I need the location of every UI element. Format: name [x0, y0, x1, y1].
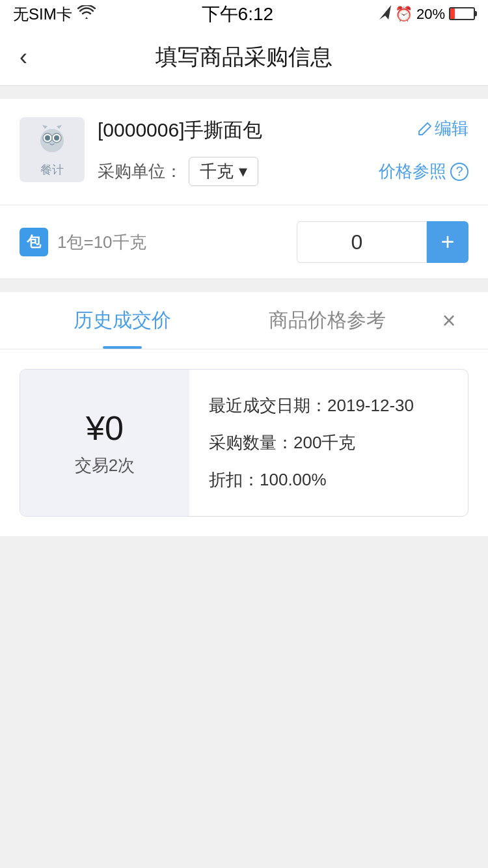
- back-button[interactable]: ‹: [20, 44, 27, 71]
- transaction-container: ¥0 交易2次 最近成交日期：2019-12-30 采购数量：200千克 折扣：…: [0, 349, 488, 536]
- tab-price-reference[interactable]: 商品价格参考: [224, 292, 429, 349]
- svg-marker-6: [42, 125, 47, 129]
- gps-icon: [379, 5, 391, 23]
- quantity-input-group: +: [297, 221, 468, 263]
- status-right: ⏰ 20%: [379, 5, 475, 23]
- status-bar: 无SIM卡 下午6:12 ⏰ 20%: [0, 0, 488, 29]
- tab-close-button[interactable]: ×: [429, 301, 468, 340]
- nav-bar: ‹ 填写商品采购信息: [0, 29, 488, 86]
- product-info: [0000006]手撕面包 编辑 采购单位： 千克 ▾ 价格参照 ?: [98, 117, 468, 186]
- tab-history-price[interactable]: 历史成交价: [20, 292, 224, 349]
- product-image: 餐计: [20, 117, 85, 182]
- status-time: 下午6:12: [202, 2, 274, 27]
- unit-select[interactable]: 千克 ▾: [189, 157, 258, 186]
- product-owl-icon: [36, 122, 68, 161]
- page-title: 填写商品采购信息: [156, 42, 332, 72]
- quantity-left: 包 1包=10千克: [20, 228, 146, 256]
- svg-point-5: [54, 135, 59, 141]
- edit-button[interactable]: 编辑: [418, 117, 468, 140]
- bottom-area: [0, 536, 488, 868]
- transaction-date-row: 最近成交日期：2019-12-30: [209, 393, 448, 418]
- product-image-label: 餐计: [40, 162, 64, 178]
- transaction-right: 最近成交日期：2019-12-30 采购数量：200千克 折扣：100.00%: [189, 370, 468, 516]
- carrier-text: 无SIM卡: [13, 4, 72, 25]
- svg-marker-7: [57, 125, 62, 129]
- battery-percent: 20%: [416, 6, 445, 23]
- svg-marker-0: [379, 5, 391, 20]
- transaction-card: ¥0 交易2次 最近成交日期：2019-12-30 采购数量：200千克 折扣：…: [20, 369, 468, 517]
- transaction-count: 交易2次: [75, 454, 135, 477]
- transaction-qty-row: 采购数量：200千克: [209, 430, 448, 455]
- product-name: [0000006]手撕面包: [98, 117, 262, 144]
- unit-label: 采购单位： 千克 ▾: [98, 157, 258, 186]
- help-icon: ?: [450, 163, 468, 181]
- transaction-discount-row: 折扣：100.00%: [209, 467, 448, 493]
- price-ref-button[interactable]: 价格参照 ?: [379, 160, 468, 183]
- quantity-input[interactable]: [297, 221, 427, 263]
- package-icon: 包: [20, 228, 48, 256]
- tabs-section: 历史成交价 商品价格参考 × ¥0 交易2次 最近成交日期：2019-12-30…: [0, 292, 488, 536]
- product-card: 餐计 [0000006]手撕面包 编辑 采购单位： 千克 ▾ 价格参照: [0, 99, 488, 204]
- transaction-left: ¥0 交易2次: [20, 370, 189, 516]
- product-header: [0000006]手撕面包 编辑: [98, 117, 468, 144]
- quantity-plus-button[interactable]: +: [427, 221, 468, 263]
- tabs-header: 历史成交价 商品价格参考 ×: [0, 292, 488, 349]
- quantity-row: 包 1包=10千克 +: [0, 206, 488, 278]
- product-unit-row: 采购单位： 千克 ▾ 价格参照 ?: [98, 157, 468, 186]
- battery-icon: [449, 6, 475, 23]
- wifi-icon: [77, 5, 96, 23]
- conversion-text: 1包=10千克: [57, 231, 146, 254]
- quantity-section: 包 1包=10千克 +: [0, 206, 488, 279]
- alarm-icon: ⏰: [395, 6, 413, 23]
- svg-point-4: [45, 135, 50, 141]
- status-left: 无SIM卡: [13, 4, 96, 25]
- chevron-down-icon: ▾: [239, 161, 247, 182]
- transaction-price: ¥0: [86, 409, 124, 448]
